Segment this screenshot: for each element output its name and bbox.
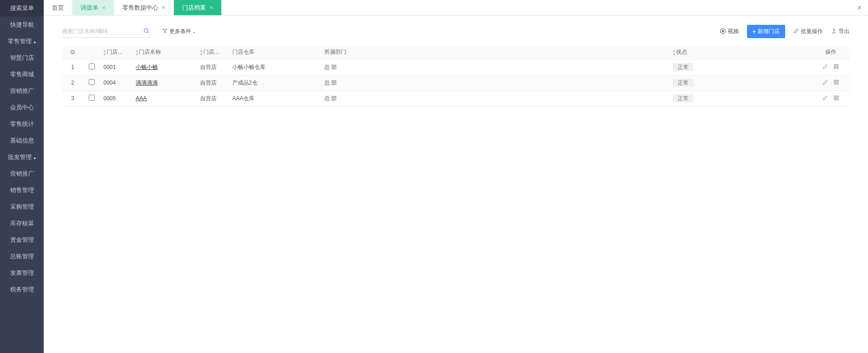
tab-home[interactable]: 首页: [44, 0, 72, 15]
table-row: 1 0001 小畅小畅 自营店 小畅小畅仓库 总 部 正常: [62, 59, 850, 75]
header-label: 门店...: [203, 49, 219, 55]
svg-rect-12: [834, 83, 836, 85]
row-checkbox[interactable]: [89, 79, 95, 85]
video-button[interactable]: 视频: [720, 28, 739, 35]
edit-icon[interactable]: [822, 96, 828, 102]
svg-rect-19: [838, 99, 839, 100]
sidebar-item-search-menu[interactable]: 搜索菜单: [0, 0, 44, 17]
header-label: 所属部门: [324, 49, 346, 55]
row-index: 2: [62, 75, 83, 91]
chevron-down-icon: ⌄: [192, 29, 196, 34]
play-circle-icon: [720, 28, 726, 35]
search-icon[interactable]: [143, 28, 149, 35]
store-dept: 总 部: [321, 59, 669, 75]
svg-rect-18: [837, 98, 838, 99]
sidebar-item-label: 快捷导航: [10, 21, 34, 28]
checkbox-header: [83, 46, 100, 59]
settings-header[interactable]: ⚙: [62, 46, 83, 59]
row-index: 1: [62, 59, 83, 75]
close-icon[interactable]: ×: [102, 5, 105, 11]
name-header[interactable]: ▴▾门店名称: [132, 46, 196, 59]
header-label: 操作: [825, 49, 836, 55]
svg-rect-14: [838, 84, 839, 85]
gear-icon: ⚙: [70, 49, 75, 56]
dept-header: 所属部门: [321, 46, 669, 59]
sort-icon: ▴▾: [200, 49, 202, 56]
tab-store-archive[interactable]: 门店档案×: [174, 0, 222, 15]
store-dept: 总 部: [321, 91, 669, 106]
store-biztype: 自营店: [196, 75, 229, 91]
store-name-link[interactable]: AAA: [136, 95, 147, 102]
batch-ops-button[interactable]: 批量操作: [793, 28, 823, 35]
sidebar-item-label: 零售管理: [8, 38, 32, 45]
header-label: 门店仓库: [232, 49, 254, 55]
batch-ops-label: 批量操作: [801, 28, 823, 35]
header-label: 门店...: [107, 49, 122, 55]
svg-rect-7: [834, 67, 836, 69]
edit-icon: [793, 28, 799, 35]
svg-point-0: [144, 28, 148, 32]
store-code: 0004: [100, 75, 132, 91]
store-name-link[interactable]: 小畅小畅: [136, 64, 158, 70]
close-icon[interactable]: ×: [162, 5, 165, 11]
qrcode-icon[interactable]: [834, 96, 839, 102]
status-badge: 正常: [673, 63, 693, 71]
sidebar-item-label: 搜索菜单: [10, 5, 34, 11]
plus-icon: +: [753, 28, 756, 35]
tab-label: 调拨单: [80, 4, 98, 12]
qrcode-icon[interactable]: [834, 80, 839, 86]
sidebar-item-label: 零售商城: [10, 71, 34, 78]
row-index: 3: [62, 91, 83, 106]
more-conditions-button[interactable]: 更多条件 ⌄: [162, 28, 196, 35]
status-badge: 正常: [673, 79, 693, 87]
tab-label: 零售数据中心: [122, 4, 158, 12]
export-icon: [831, 28, 837, 35]
biztype-header[interactable]: ▴▾门店...: [196, 46, 229, 59]
tab-label: 门店档案: [182, 4, 206, 12]
edit-icon[interactable]: [822, 80, 828, 86]
warehouse-header: 门店仓库: [229, 46, 321, 59]
store-dept: 总 部: [321, 75, 669, 91]
svg-rect-10: [834, 80, 836, 82]
store-warehouse: 小畅小畅仓库: [229, 59, 321, 75]
sidebar-item-quick-nav[interactable]: 快捷导航: [0, 17, 44, 33]
svg-rect-6: [837, 64, 839, 66]
sidebar-item-smart-store[interactable]: 智慧门店: [0, 50, 44, 66]
store-warehouse: 产成品2仓: [229, 75, 321, 91]
sidebar-item-member-center[interactable]: 会员中心: [0, 99, 44, 116]
sort-icon: ▴▾: [673, 49, 675, 56]
sidebar: 搜索菜单 快捷导航 零售管理▴ 智慧门店 零售商城 营销推广 会员中心 零售统计…: [0, 0, 44, 116]
main: 首页 调拨单× 零售数据中心× 门店档案× × 更多条件 ⌄: [44, 0, 868, 116]
content: 更多条件 ⌄ 视频 + 新增门店 批量操作: [44, 16, 868, 116]
sidebar-section-retail[interactable]: 零售管理▴: [0, 33, 44, 50]
row-checkbox[interactable]: [89, 95, 95, 101]
tab-label: 首页: [52, 4, 64, 12]
edit-icon[interactable]: [822, 64, 828, 71]
table-row: 2 0004 滴滴滴滴 自营店 产成品2仓 总 部 正常: [62, 75, 850, 91]
chevron-up-icon: ▴: [34, 34, 36, 50]
export-label: 导出: [839, 28, 850, 35]
toolbar: 更多条件 ⌄ 视频 + 新增门店 批量操作: [62, 25, 850, 38]
qrcode-icon[interactable]: [834, 64, 839, 71]
svg-rect-17: [834, 98, 836, 100]
close-all-icon[interactable]: ×: [855, 0, 864, 16]
export-button[interactable]: 导出: [831, 28, 850, 35]
store-name-link[interactable]: 滴滴滴滴: [136, 80, 158, 86]
add-store-button[interactable]: + 新增门店: [747, 25, 785, 38]
close-icon[interactable]: ×: [210, 5, 213, 11]
row-checkbox[interactable]: [89, 63, 95, 69]
tab-transfer[interactable]: 调拨单×: [72, 0, 114, 15]
store-table: ⚙ ▴▾门店... ▴▾门店名称 ▴▾门店... 门店仓库 所属部门 ▴▾状态 …: [62, 46, 850, 107]
svg-marker-2: [163, 29, 167, 33]
svg-line-1: [148, 32, 149, 33]
status-header[interactable]: ▴▾状态: [669, 46, 812, 59]
svg-rect-16: [837, 96, 839, 97]
store-biztype: 自营店: [196, 91, 229, 106]
sidebar-item-label: 会员中心: [10, 104, 34, 111]
tab-retail-data[interactable]: 零售数据中心×: [114, 0, 174, 15]
sidebar-item-marketing[interactable]: 营销推广: [0, 83, 44, 99]
search-input[interactable]: [62, 28, 143, 34]
svg-rect-11: [837, 80, 839, 82]
sidebar-item-retail-mall[interactable]: 零售商城: [0, 66, 44, 83]
code-header[interactable]: ▴▾门店...: [100, 46, 132, 59]
